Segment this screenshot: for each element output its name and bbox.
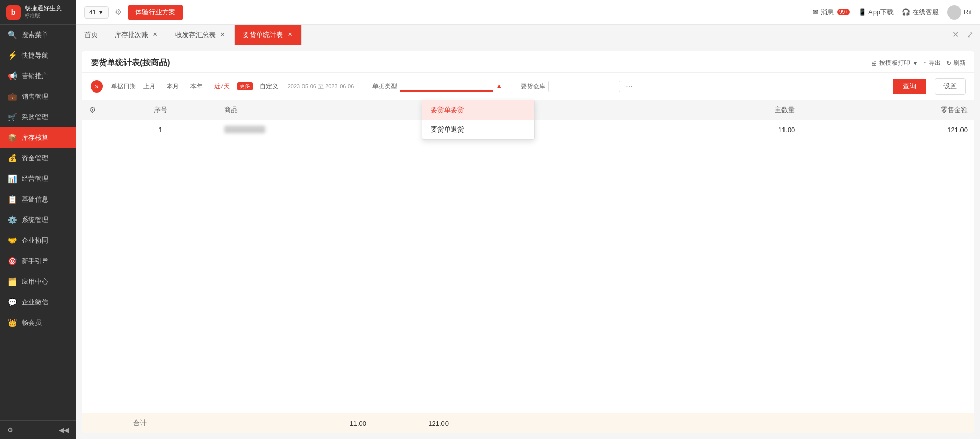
page-card: 要货单统计表(按商品) 🖨 按模板打印 ▼ ↑ 导出 ↻ 刷新: [82, 51, 974, 433]
top-header: 41 ▼ ⚙ 体验行业方案 ✉ 消息 99+ 📱 App下载 🎧 在线客服 R: [76, 0, 980, 25]
sidebar-item-member[interactable]: 👑 畅会员: [0, 313, 76, 333]
col-settings[interactable]: ⚙: [82, 100, 103, 120]
sidebar-item-label-marketing: 营销推广: [22, 71, 48, 81]
row-settings-0: [82, 120, 103, 139]
header-left: 41 ▼ ⚙ 体验行业方案: [84, 5, 183, 20]
refresh-icon: ↻: [946, 60, 951, 67]
messages-btn[interactable]: ✉ 消息 99+: [813, 8, 850, 17]
sidebar-item-quick-nav[interactable]: ⚡ 快捷导航: [0, 45, 76, 66]
tab-home[interactable]: 首页: [76, 25, 106, 45]
table-footer: 合计 11.00 121.00: [82, 413, 974, 433]
tab-close-collection-summary[interactable]: ✕: [219, 31, 226, 39]
header-right: ✉ 消息 99+ 📱 App下载 🎧 在线客服 Rit: [813, 5, 972, 20]
message-label: 消息: [821, 8, 834, 17]
gear-icon[interactable]: ⚙: [115, 7, 122, 17]
table-wrapper: ⚙ 序号 商品 主计量单位 主数量 零售金额 1 块: [82, 100, 974, 413]
industry-btn[interactable]: 体验行业方案: [128, 5, 183, 20]
row-product-0: [218, 120, 454, 139]
row-amount-0: 121.00: [801, 120, 974, 139]
message-icon: ✉: [813, 8, 818, 16]
filter-expand-btn[interactable]: »: [91, 80, 103, 93]
sidebar-item-sales[interactable]: 💼 销售管理: [0, 86, 76, 107]
tab-label-order-summary: 要货单统计表: [243, 30, 283, 40]
sidebar-item-label-wechat: 企业微信: [22, 298, 48, 307]
page-title: 要货单统计表(按商品): [91, 58, 170, 68]
settings-footer-btn[interactable]: ⚙: [7, 426, 13, 434]
type-dropdown-menu: 要货单要货要货单退货: [422, 100, 535, 140]
type-filter-input[interactable]: [400, 81, 493, 92]
warehouse-filter-input[interactable]: [548, 81, 620, 92]
col-no: 序号: [103, 100, 218, 120]
date-btn-current[interactable]: 本月: [163, 81, 183, 93]
date-btn-7days[interactable]: 近7天: [210, 81, 234, 93]
date-btn-custom[interactable]: 自定义: [256, 81, 282, 93]
col-quantity: 主数量: [657, 100, 801, 120]
inventory-icon: 📦: [7, 133, 17, 143]
sidebar-item-finance[interactable]: 💰 资金管理: [0, 148, 76, 169]
sidebar-item-label-system: 系统管理: [22, 215, 48, 225]
sidebar-item-marketing[interactable]: 📢 营销推广: [0, 66, 76, 86]
member-icon: 👑: [7, 318, 17, 328]
sidebar-item-label-finance: 资金管理: [22, 154, 48, 163]
user-area[interactable]: Rit: [947, 5, 972, 20]
sidebar-item-wechat[interactable]: 💬 企业微信: [0, 292, 76, 313]
row-quantity-0: 11.00: [657, 120, 801, 139]
filter-more-btn[interactable]: ···: [626, 82, 632, 91]
sidebar-item-system[interactable]: ⚙️ 系统管理: [0, 210, 76, 230]
sidebar-item-operation[interactable]: 📊 经营管理: [0, 169, 76, 189]
sidebar-item-enterprise[interactable]: 🤝 企业协同: [0, 230, 76, 251]
warehouse-filter-group: 要货仓库 ···: [521, 81, 632, 92]
sidebar-item-inventory[interactable]: 📦 库存核算: [0, 127, 76, 148]
sidebar-nav: 🔍 搜索菜单 ⚡ 快捷导航 📢 营销推广 💼 销售管理 🛒 采购管理 📦 库存核…: [0, 25, 76, 420]
sidebar-item-label-quick-nav: 快捷导航: [22, 51, 48, 60]
date-btn-year[interactable]: 本年: [186, 81, 207, 93]
wechat-icon: 💬: [7, 297, 17, 307]
online-service-label: 在线客服: [912, 8, 939, 17]
settings-btn[interactable]: 设置: [935, 78, 966, 95]
refresh-btn[interactable]: ↻ 刷新: [946, 59, 966, 67]
collapse-btn[interactable]: ◀◀: [59, 426, 69, 434]
tabs-right: ✕ ⤢: [949, 29, 980, 41]
date-more-badge[interactable]: 更多: [237, 82, 253, 90]
print-expand-icon: ▼: [912, 60, 918, 67]
sidebar-item-guide[interactable]: 🎯 新手引导: [0, 251, 76, 271]
type-dropdown-icon[interactable]: ▲: [496, 83, 502, 90]
maximize-tab-btn[interactable]: ⤢: [964, 29, 976, 41]
system-icon: ⚙️: [7, 215, 17, 225]
sidebar-item-label-basic: 基础信息: [22, 195, 48, 204]
tab-close-order-summary[interactable]: ✕: [286, 31, 293, 39]
tab-inventory-batch[interactable]: 库存批次账✕: [106, 25, 167, 45]
close-tab-btn[interactable]: ✕: [949, 29, 961, 41]
print-icon: 🖨: [871, 60, 877, 67]
logo-text: 畅捷通好生意: [25, 5, 62, 13]
tab-close-inventory-batch[interactable]: ✕: [151, 31, 158, 39]
sidebar-item-appstore[interactable]: 🗂️ 应用中心: [0, 271, 76, 292]
tab-label-collection-summary: 收发存汇总表: [175, 30, 216, 40]
print-btn[interactable]: 🖨 按模板打印 ▼: [871, 59, 918, 67]
dropdown-item-return[interactable]: 要货单退货: [422, 120, 534, 139]
page-title-bar: 要货单统计表(按商品) 🖨 按模板打印 ▼ ↑ 导出 ↻ 刷新: [82, 51, 974, 73]
date-btn-up[interactable]: 上月: [139, 81, 159, 93]
download-icon: 📱: [858, 8, 866, 16]
online-service-btn[interactable]: 🎧 在线客服: [902, 8, 939, 17]
page-actions: 🖨 按模板打印 ▼ ↑ 导出 ↻ 刷新: [871, 59, 966, 67]
logo-area: b 畅捷通好生意 标准版: [0, 0, 76, 25]
sidebar-item-basic[interactable]: 📋 基础信息: [0, 189, 76, 210]
sidebar-item-purchase[interactable]: 🛒 采购管理: [0, 107, 76, 127]
sidebar-item-search[interactable]: 🔍 搜索菜单: [0, 25, 76, 45]
tab-order-summary[interactable]: 要货单统计表✕: [235, 25, 302, 45]
user-avatar: [947, 5, 961, 20]
store-selector[interactable]: 41 ▼: [84, 6, 109, 19]
query-btn[interactable]: 查询: [893, 79, 926, 94]
tabs-bar: 首页库存批次账✕收发存汇总表✕要货单统计表✕ ✕ ⤢: [76, 25, 980, 45]
finance-icon: 💰: [7, 153, 17, 163]
col-product: 商品: [218, 100, 454, 120]
app-download-btn[interactable]: 📱 App下载: [858, 8, 894, 17]
export-icon: ↑: [923, 60, 926, 67]
marketing-icon: 📢: [7, 71, 17, 81]
logo-icon: b: [6, 5, 21, 20]
tab-collection-summary[interactable]: 收发存汇总表✕: [167, 25, 235, 45]
user-name: Rit: [964, 8, 972, 16]
dropdown-item-requisition[interactable]: 要货单要货: [422, 100, 534, 120]
export-btn[interactable]: ↑ 导出: [923, 59, 941, 67]
